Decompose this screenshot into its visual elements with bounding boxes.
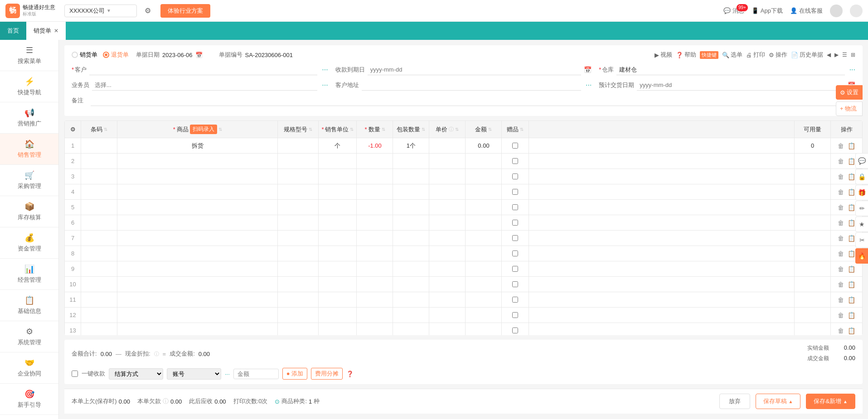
action-history[interactable]: 📄 历史单据: [791, 51, 823, 59]
gift-checkbox-11[interactable]: [512, 297, 518, 303]
td-amount-1[interactable]: 0.00: [466, 138, 502, 154]
td-gift-2[interactable]: [502, 154, 529, 169]
app-download-btn[interactable]: 📱 App下载: [752, 7, 783, 15]
action-prev[interactable]: ◀: [827, 52, 831, 58]
gift-checkbox-1[interactable]: [512, 143, 518, 149]
td-goods-5[interactable]: [117, 200, 278, 215]
action-grid-view[interactable]: ⊞: [851, 52, 855, 58]
td-gift-12[interactable]: [502, 308, 529, 323]
action-shortcut[interactable]: 快捷键: [700, 51, 718, 59]
copy-row-icon-2[interactable]: 📋: [848, 158, 855, 165]
gift-checkbox-8[interactable]: [512, 250, 518, 256]
sort-goods[interactable]: ⇅: [218, 127, 222, 132]
td-pkg-9[interactable]: [393, 261, 429, 277]
td-gift-6[interactable]: [502, 215, 529, 231]
td-unit-13[interactable]: [319, 323, 357, 336]
td-spec-2[interactable]: [278, 154, 319, 169]
gift-checkbox-3[interactable]: [512, 173, 518, 179]
td-pkg-2[interactable]: [393, 154, 429, 169]
copy-row-icon-1[interactable]: 📋: [848, 142, 855, 149]
account-select[interactable]: 账号: [167, 368, 221, 380]
td-pkg-7[interactable]: [393, 231, 429, 246]
salesman-input[interactable]: [92, 80, 317, 91]
td-spec-11[interactable]: [278, 292, 319, 308]
td-barcode-12[interactable]: [81, 308, 117, 323]
tab-home[interactable]: 首页: [0, 22, 26, 40]
td-amount-13[interactable]: [466, 323, 502, 336]
td-pkg-11[interactable]: [393, 292, 429, 308]
customer-input[interactable]: [89, 64, 317, 75]
date-calendar-icon[interactable]: 📅: [195, 52, 203, 58]
gift-checkbox-5[interactable]: [512, 204, 518, 210]
td-spec-9[interactable]: [278, 261, 319, 277]
gift-checkbox-9[interactable]: [512, 266, 518, 272]
copy-row-icon-10[interactable]: 📋: [848, 281, 855, 288]
action-list-view[interactable]: ☰: [842, 52, 847, 58]
sidebar-item-system[interactable]: ⚙ 系统管理: [0, 321, 58, 352]
td-spec-13[interactable]: [278, 323, 319, 336]
td-pkg-12[interactable]: [393, 308, 429, 323]
save-draft-btn[interactable]: 保存草稿 ▲: [756, 394, 801, 409]
td-price-10[interactable]: [429, 277, 466, 292]
delete-row-icon-13[interactable]: 🗑: [838, 327, 844, 334]
td-price-13[interactable]: [429, 323, 466, 336]
td-gift-9[interactable]: [502, 261, 529, 277]
td-gift-11[interactable]: [502, 292, 529, 308]
td-unit-5[interactable]: [319, 200, 357, 215]
sort-amount[interactable]: ⇅: [488, 127, 492, 132]
sidebar-item-basic[interactable]: 📋 基础信息: [0, 290, 58, 321]
action-print[interactable]: 🖨 打印: [746, 51, 765, 59]
amount-input[interactable]: [233, 369, 279, 379]
td-barcode-7[interactable]: [81, 231, 117, 246]
td-spec-5[interactable]: [278, 200, 319, 215]
td-amount-7[interactable]: [466, 231, 502, 246]
company-selector[interactable]: XXXXXX公司 ▼: [64, 5, 137, 17]
td-qty-3[interactable]: [357, 169, 393, 184]
td-unit-10[interactable]: [319, 277, 357, 292]
gift-checkbox-7[interactable]: [512, 235, 518, 241]
sidebar-item-guide[interactable]: 🎯 新手引导: [0, 384, 58, 415]
td-pkg-13[interactable]: [393, 323, 429, 336]
action-video[interactable]: ▶ 视频: [655, 51, 672, 59]
td-spec-7[interactable]: [278, 231, 319, 246]
td-pkg-10[interactable]: [393, 277, 429, 292]
sort-price[interactable]: ⇅: [455, 127, 459, 132]
sidebar-item-search[interactable]: ☰ 搜索菜单: [0, 40, 58, 71]
td-barcode-10[interactable]: [81, 277, 117, 292]
td-qty-8[interactable]: [357, 246, 393, 261]
gift-checkbox-10[interactable]: [512, 281, 518, 287]
td-amount-3[interactable]: [466, 169, 502, 184]
tab-sale-order[interactable]: 销货单 ✕: [26, 22, 66, 40]
delete-row-icon-6[interactable]: 🗑: [838, 219, 844, 226]
td-gift-7[interactable]: [502, 231, 529, 246]
td-spec-10[interactable]: [278, 277, 319, 292]
td-price-12[interactable]: [429, 308, 466, 323]
sort-spec[interactable]: ⇅: [309, 127, 312, 132]
customer-addr-input[interactable]: [362, 80, 581, 91]
td-spec-3[interactable]: [278, 169, 319, 184]
warehouse-input[interactable]: [616, 64, 844, 75]
td-price-1[interactable]: [429, 138, 466, 154]
delete-row-icon-7[interactable]: 🗑: [838, 235, 844, 242]
delivery-date-input[interactable]: [637, 80, 845, 91]
td-barcode-13[interactable]: [81, 323, 117, 336]
td-price-6[interactable]: [429, 215, 466, 231]
td-amount-6[interactable]: [466, 215, 502, 231]
addr-more-icon[interactable]: ···: [586, 81, 592, 89]
td-price-2[interactable]: [429, 154, 466, 169]
save-new-btn[interactable]: 保存&新增 ▲: [806, 394, 855, 409]
copy-row-icon-6[interactable]: 📋: [848, 219, 855, 226]
float-btn-lock[interactable]: 🔒: [855, 169, 868, 184]
td-amount-5[interactable]: [466, 200, 502, 215]
td-pkg-8[interactable]: [393, 246, 429, 261]
radio-sale-order[interactable]: 销货单: [72, 51, 97, 59]
payment-more-icon[interactable]: ···: [225, 371, 230, 377]
td-goods-10[interactable]: [117, 277, 278, 292]
td-gift-8[interactable]: [502, 246, 529, 261]
td-spec-6[interactable]: [278, 215, 319, 231]
discard-btn[interactable]: 放弃: [719, 394, 750, 409]
td-gift-4[interactable]: [502, 184, 529, 200]
td-qty-1[interactable]: -1.00: [357, 138, 393, 154]
td-qty-6[interactable]: [357, 215, 393, 231]
td-goods-12[interactable]: [117, 308, 278, 323]
